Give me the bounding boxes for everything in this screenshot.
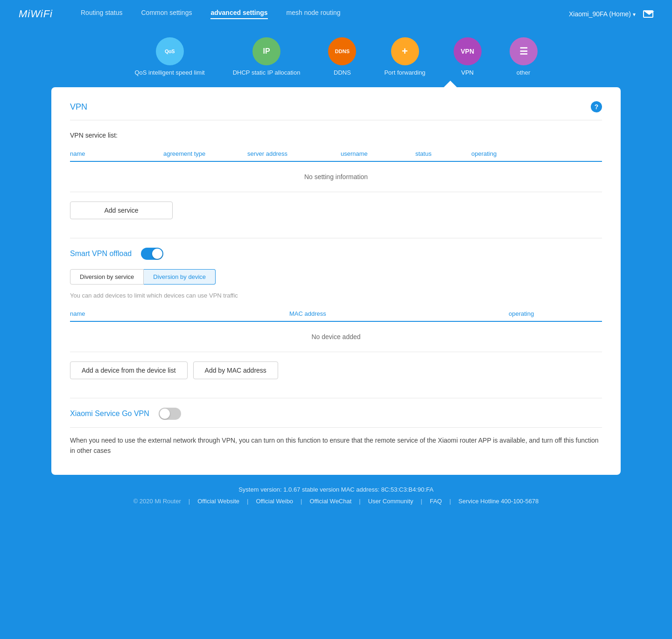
- vpn-title: VPN: [70, 102, 87, 112]
- separator-1: |: [189, 498, 190, 505]
- nav-advanced-settings[interactable]: advanced settings: [210, 9, 267, 19]
- vpn-table-header: name agreement type server address usern…: [70, 146, 602, 162]
- smart-vpn-section: Smart VPN offload Diversion by service D…: [70, 238, 602, 379]
- logo: MiWiFi: [19, 8, 53, 20]
- nav-routing-status[interactable]: Routing status: [81, 9, 123, 19]
- icon-toolbar: QoS QoS intelligent speed limit IP DHCP …: [0, 28, 672, 76]
- ip-circle: IP: [252, 37, 280, 65]
- port-label: Port forwarding: [384, 69, 425, 76]
- col-server: server address: [247, 150, 341, 157]
- toggle-knob: [152, 249, 162, 259]
- add-service-button[interactable]: Add service: [70, 201, 173, 219]
- smart-vpn-toggle[interactable]: [141, 248, 163, 260]
- nav-mesh-routing[interactable]: mesh node routing: [287, 9, 341, 19]
- other-label: other: [517, 69, 531, 76]
- mail-icon[interactable]: [643, 10, 653, 18]
- add-mac-button[interactable]: Add by MAC address: [193, 361, 278, 379]
- vpn-service-list-label: VPN service list:: [70, 132, 602, 139]
- col-username: username: [341, 150, 415, 157]
- device-name[interactable]: Xiaomi_90FA (Home): [569, 10, 636, 18]
- add-device-list-button[interactable]: Add a device from the device list: [70, 361, 188, 379]
- header: MiWiFi Routing status Common settings ad…: [0, 0, 672, 28]
- col-name: name: [70, 150, 163, 157]
- separator-6: |: [449, 498, 451, 505]
- device-col-mac: MAC address: [289, 310, 509, 317]
- xiaomi-toggle-knob: [160, 409, 170, 419]
- device-empty-message: No device added: [70, 322, 602, 352]
- separator-3: |: [301, 498, 302, 505]
- ddns-circle: DDNS: [328, 37, 356, 65]
- tab-diversion-service[interactable]: Diversion by service: [70, 269, 144, 285]
- user-community-link[interactable]: User Community: [368, 498, 413, 505]
- other-circle: ☰: [510, 37, 538, 65]
- nav-links: Routing status Common settings advanced …: [81, 9, 569, 19]
- footer-links: © 2020 Mi Router | Official Website | Of…: [19, 498, 653, 505]
- footer: System version: 1.0.67 stable version MA…: [0, 475, 672, 516]
- col-status: status: [415, 150, 471, 157]
- device-col-operating: operating: [509, 310, 602, 317]
- device-col-name: name: [70, 310, 289, 317]
- main-card: VPN ? VPN service list: name agreement t…: [51, 87, 621, 475]
- official-wechat-link[interactable]: Official WeChat: [310, 498, 352, 505]
- icon-vpn[interactable]: VPN VPN: [454, 37, 482, 76]
- diversion-hint: You can add devices to limit which devic…: [70, 292, 602, 299]
- col-operating: operating: [471, 150, 602, 157]
- device-table-header: name MAC address operating: [70, 306, 602, 322]
- diversion-tabs: Diversion by service Diversion by device: [70, 269, 602, 285]
- separator-5: |: [421, 498, 422, 505]
- vpn-label: VPN: [461, 69, 474, 76]
- qos-label: QoS intelligent speed limit: [134, 69, 204, 76]
- xiaomi-vpn-description: When you need to use the external networ…: [70, 435, 602, 456]
- vpn-empty-message: No setting information: [70, 162, 602, 192]
- xiaomi-vpn-toggle[interactable]: [159, 408, 181, 420]
- system-info: System version: 1.0.67 stable version MA…: [19, 486, 653, 493]
- icon-other[interactable]: ☰ other: [510, 37, 538, 76]
- xiaomi-vpn-header: Xiaomi Service Go VPN: [70, 408, 602, 428]
- col-agreement: agreement type: [163, 150, 247, 157]
- ddns-label: DDNS: [334, 69, 351, 76]
- faq-link[interactable]: FAQ: [430, 498, 442, 505]
- chevron-down-icon: [633, 10, 636, 18]
- help-icon[interactable]: ?: [591, 101, 602, 112]
- official-weibo-link[interactable]: Official Weibo: [256, 498, 293, 505]
- ip-label: DHCP static IP allocation: [233, 69, 301, 76]
- active-indicator: [0, 81, 672, 87]
- separator-2: |: [247, 498, 248, 505]
- separator-4: |: [359, 498, 360, 505]
- qos-circle: QoS: [156, 37, 184, 65]
- copyright: © 2020 Mi Router: [133, 498, 181, 505]
- icon-ddns[interactable]: DDNS DDNS: [328, 37, 356, 76]
- hotline-link[interactable]: Service Hotline 400-100-5678: [458, 498, 539, 505]
- vpn-circle: VPN: [454, 37, 482, 65]
- nav-common-settings[interactable]: Common settings: [141, 9, 192, 19]
- xiaomi-vpn-section: Xiaomi Service Go VPN When you need to u…: [70, 398, 602, 456]
- tab-diversion-device[interactable]: Diversion by device: [144, 269, 216, 285]
- device-action-buttons: Add a device from the device list Add by…: [70, 361, 602, 379]
- icon-qos[interactable]: QoS QoS intelligent speed limit: [134, 37, 204, 76]
- vpn-section-header: VPN ?: [70, 101, 602, 120]
- smart-vpn-title: Smart VPN offload: [70, 250, 132, 258]
- port-circle: +: [391, 37, 419, 65]
- header-right: Xiaomi_90FA (Home): [569, 10, 653, 18]
- smart-vpn-header: Smart VPN offload: [70, 248, 602, 260]
- official-website-link[interactable]: Official Website: [197, 498, 239, 505]
- icon-ip[interactable]: IP DHCP static IP allocation: [233, 37, 301, 76]
- icon-port[interactable]: + Port forwarding: [384, 37, 425, 76]
- xiaomi-vpn-title: Xiaomi Service Go VPN: [70, 410, 149, 418]
